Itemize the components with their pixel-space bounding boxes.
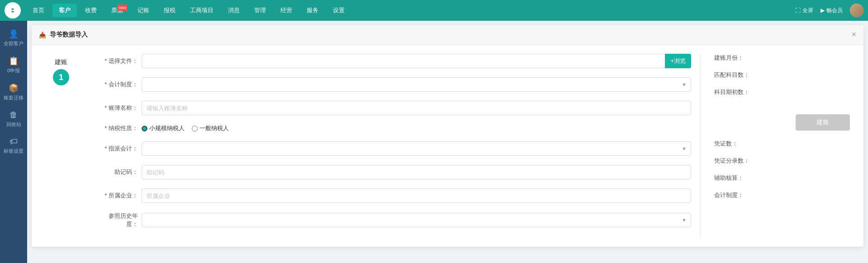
build-account-button[interactable]: 建账 [796,114,850,131]
tag-icon: 🏷 [9,137,18,146]
nav-customer[interactable]: 客户 [52,4,77,17]
nav-home[interactable]: 首页 [26,4,51,17]
step-circle: 1 [53,69,69,85]
logo[interactable] [5,2,21,19]
match-subjects-label: 匹配科目数： [714,71,755,79]
month-label: 建账月份： [714,54,755,62]
initial-amount-label: 科目期初数： [714,88,755,96]
recycle-icon: 🗑 [9,110,18,120]
import-icon: 📥 [39,32,46,38]
match-subjects-row: 匹配科目数： [714,71,850,79]
aux-accounting-label: 辅助核算： [714,174,755,182]
member-btn[interactable]: ▶ 畅会员 [821,7,843,14]
ledger-name-label: * 账簿名称： [100,104,138,112]
form-left: * 选择文件： +浏览 * 会计制度： ▼ [90,54,701,237]
nav-business[interactable]: 工商项目 [184,4,220,17]
main-content: 📥 导爷数据导入 × 建账 1 * 选择文件： [27,21,868,263]
tax-radio-group: 小规模纳税人 一般纳税人 [142,124,229,132]
company-row: * 所属企业： [100,188,691,203]
nav-message[interactable]: 消息 [222,4,246,17]
sidebar-item-migrate[interactable]: 📦 账套迁移 [1,80,26,105]
tax-nature-row: * 纳税性质： 小规模纳税人 一般纳税人 [100,124,691,132]
nav-service[interactable]: 服务 [300,4,325,17]
accountant-select-wrap: ▼ [142,141,691,156]
accounting-system-select-wrap: ▼ [142,77,691,92]
migrate-icon: 📦 [9,83,19,93]
sidebar-item-recycle[interactable]: 🗑 回收站 [1,107,26,132]
step-section: 建账 1 [32,54,90,237]
fullscreen-icon: ⛶ [795,7,801,14]
history-year-select[interactable] [142,213,691,227]
fullscreen-btn[interactable]: ⛶ 全屏 [795,7,813,14]
month-row: 建账月份： [714,54,850,62]
play-icon: ▶ [821,7,825,14]
general-taxpayer-radio[interactable] [192,126,198,132]
voucher-entries-label: 凭证分录数： [714,157,755,165]
dialog: 📥 导爷数据导入 × 建账 1 * 选择文件： [32,25,863,247]
company-input[interactable] [142,188,691,203]
layout: 👤 全部客户 📋 0申报 📦 账套迁移 🗑 回收站 🏷 标签设置 📥 导爷数据导… [0,21,868,263]
ledger-name-input[interactable] [142,101,691,115]
dialog-title: 导爷数据导入 [50,31,88,39]
nav-manage[interactable]: 管理 [248,4,272,17]
dialog-header: 📥 导爷数据导入 × [32,25,863,45]
step-label: 建账 [55,58,67,66]
accounting-system-row: * 会计制度： ▼ [100,77,691,92]
nav-bookkeeping[interactable]: 记账 [131,4,156,17]
voucher-count-row: 凭证数： [714,140,850,148]
nav-settings[interactable]: 设置 [327,4,351,17]
sidebar-item-all-customers[interactable]: 👤 全部客户 [1,25,26,51]
accounting-system-label: * 会计制度： [100,80,138,89]
accountant-row: * 指派会计： ▼ [100,141,691,156]
voucher-count-label: 凭证数： [714,140,755,148]
company-label: * 所属企业： [100,192,138,200]
accountant-select[interactable] [142,141,691,156]
user-avatar[interactable] [850,4,863,17]
aux-accounting-row: 辅助核算： [714,174,850,182]
file-input[interactable] [142,54,665,68]
sidebar: 👤 全部客户 📋 0申报 📦 账套迁移 🗑 回收站 🏷 标签设置 [0,21,27,263]
ledger-name-row: * 账簿名称： [100,101,691,115]
nav-operation[interactable]: 经营 [274,4,299,17]
nav-right: ⛶ 全屏 ▶ 畅会员 [795,4,863,17]
small-taxpayer-option[interactable]: 小规模纳税人 [142,124,185,132]
nav-tax[interactable]: 报税 [157,4,182,17]
close-button[interactable]: × [851,30,856,39]
right-accounting-system-label: 会计制度： [714,191,755,199]
browse-button[interactable]: +浏览 [665,54,691,68]
general-taxpayer-option[interactable]: 一般纳税人 [192,124,229,132]
svg-point-0 [9,6,17,14]
tax-nature-label: * 纳税性质： [100,124,138,132]
history-year-select-wrap: ▼ [142,213,691,227]
nav-items: 首页 客户 收费 票据 new 记账 报税 工商项目 消息 管理 经营 服务 设… [26,4,795,17]
accounting-system-select[interactable] [142,77,691,92]
small-taxpayer-radio[interactable] [142,126,147,132]
nav-fees[interactable]: 收费 [79,4,103,17]
sidebar-item-tags[interactable]: 🏷 标签设置 [1,133,26,158]
file-input-group: +浏览 [142,54,691,68]
initial-amount-row: 科目期初数： [714,88,850,96]
history-year-row: 参照历史年度： ▼ [100,212,691,228]
right-accounting-system-row: 会计制度： [714,191,850,199]
file-label: * 选择文件： [100,57,138,65]
nav-invoice[interactable]: 票据 new [105,4,129,17]
new-badge: new [117,5,128,11]
memo-code-row: 助记码： [100,165,691,179]
history-year-label: 参照历史年度： [100,212,138,228]
form-right: 建账月份： 匹配科目数： 科目期初数： 建账 [701,54,863,237]
top-nav: 首页 客户 收费 票据 new 记账 报税 工商项目 消息 管理 经营 服务 设… [0,0,868,21]
voucher-entries-row: 凭证分录数： [714,157,850,165]
memo-code-label: 助记码： [100,168,138,176]
file-row: * 选择文件： +浏览 [100,54,691,68]
user-icon: 👤 [9,29,19,39]
sidebar-item-declaration[interactable]: 📋 0申报 [1,52,26,78]
accountant-label: * 指派会计： [100,145,138,153]
declaration-icon: 📋 [9,56,19,66]
memo-code-input[interactable] [142,165,691,179]
dialog-body: 建账 1 * 选择文件： +浏览 * 会计制度： [32,45,863,246]
